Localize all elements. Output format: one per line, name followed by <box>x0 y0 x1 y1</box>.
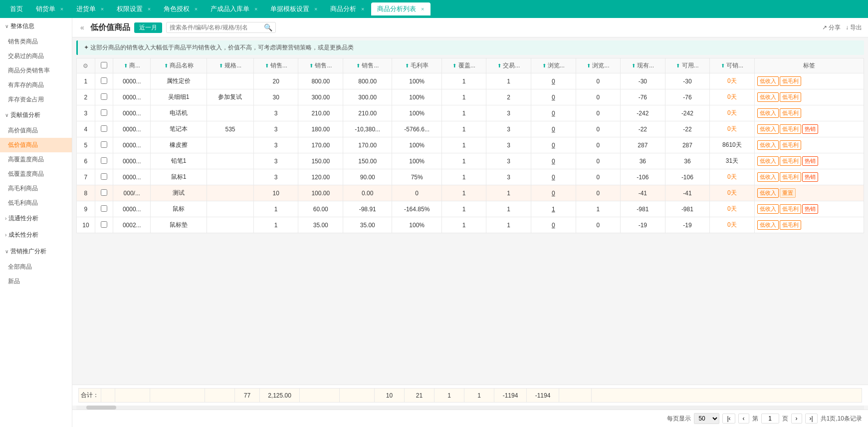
scrollbar-thumb[interactable] <box>86 406 116 410</box>
col-coverage[interactable]: ⬆ 覆盖... <box>441 58 486 73</box>
page-size-select[interactable]: 50 100 200 <box>694 413 719 424</box>
browse-link[interactable]: 1 <box>552 206 555 213</box>
nav-sales-order[interactable]: 销货单 × <box>30 2 69 15</box>
col-sales-amount[interactable]: ⬆ 销售... <box>298 58 343 73</box>
close-icon[interactable]: × <box>60 6 63 12</box>
col-name[interactable]: ⬆ 商品名称 <box>151 58 207 73</box>
row-browse1[interactable]: 0 <box>531 121 576 137</box>
col-sales-price[interactable]: ⬆ 销售... <box>343 58 392 73</box>
sidebar-item-category-rate[interactable]: 商品分类销售率 <box>0 63 72 78</box>
col-browse1[interactable]: ⬆ 浏览... <box>531 58 576 73</box>
browse-link[interactable]: 0 <box>552 174 555 181</box>
col-current[interactable]: ⬆ 现有... <box>621 58 665 73</box>
browse-link[interactable]: 0 <box>552 94 555 101</box>
export-button[interactable]: ↓ 导出 <box>846 23 862 32</box>
time-filter-button[interactable]: 近一月 <box>134 22 162 33</box>
row-checkbox[interactable] <box>95 169 113 185</box>
browse-link[interactable]: 0 <box>552 110 555 117</box>
close-icon[interactable]: × <box>254 6 257 12</box>
nav-home[interactable]: 首页 <box>4 2 29 15</box>
sidebar-item-high-coverage[interactable]: 高覆盖度商品 <box>0 152 72 167</box>
row-browse1[interactable]: 0 <box>531 89 576 105</box>
next-page-button[interactable]: › <box>791 414 802 424</box>
row-select-checkbox[interactable] <box>101 93 107 100</box>
sidebar-section-contribution[interactable]: ∨ 贡献值分析 <box>0 107 72 123</box>
browse-link[interactable]: 0 <box>552 158 555 165</box>
col-trade[interactable]: ⬆ 交易... <box>486 58 531 73</box>
nav-purchase-order[interactable]: 进货单 × <box>70 2 110 15</box>
row-checkbox[interactable] <box>95 137 113 153</box>
close-icon[interactable]: × <box>148 6 151 12</box>
close-icon[interactable]: × <box>195 6 198 12</box>
row-browse1[interactable]: 0 <box>531 217 576 233</box>
collapse-sidebar-button[interactable]: « <box>78 23 86 31</box>
sidebar-item-stock-goods[interactable]: 有库存的商品 <box>0 78 72 92</box>
col-available[interactable]: ⬆ 可用... <box>665 58 710 73</box>
col-saleable[interactable]: ⬆ 可销... <box>710 58 755 73</box>
row-checkbox[interactable] <box>95 217 113 233</box>
browse-link[interactable]: 0 <box>552 126 555 133</box>
col-sales-qty[interactable]: ⬆ 销售... <box>253 58 298 73</box>
sidebar-item-traded-goods[interactable]: 交易过的商品 <box>0 49 72 63</box>
row-select-checkbox[interactable] <box>101 141 107 148</box>
first-page-button[interactable]: |‹ <box>722 414 735 424</box>
row-select-checkbox[interactable] <box>101 205 107 212</box>
row-browse1[interactable]: 1 <box>531 201 576 217</box>
col-margin[interactable]: ⬆ 毛利率 <box>392 58 441 73</box>
row-select-checkbox[interactable] <box>101 157 107 164</box>
search-icon[interactable]: 🔍 <box>264 23 272 31</box>
nav-goods-analysis[interactable]: 商品分析 × <box>324 2 370 15</box>
horizontal-scrollbar[interactable] <box>76 406 864 410</box>
nav-product-in[interactable]: 产成品入库单 × <box>205 2 263 15</box>
share-button[interactable]: ↗ 分享 <box>822 23 841 32</box>
row-select-checkbox[interactable] <box>101 173 107 180</box>
settings-icon[interactable]: ⚙ <box>83 62 88 69</box>
page-input[interactable] <box>761 414 779 424</box>
sidebar-item-high-value[interactable]: 高价值商品 <box>0 123 72 138</box>
last-page-button[interactable]: ›| <box>805 414 818 424</box>
sidebar-item-sales-goods[interactable]: 销售类商品 <box>0 34 72 49</box>
sidebar-item-low-coverage[interactable]: 低覆盖度商品 <box>0 167 72 181</box>
close-icon[interactable]: × <box>361 6 364 12</box>
col-spec[interactable]: ⬆ 规格... <box>207 58 254 73</box>
row-select-checkbox[interactable] <box>101 189 107 196</box>
col-browse2[interactable]: ⬆ 浏览... <box>576 58 621 73</box>
nav-template[interactable]: 单据模板设置 × <box>264 2 323 15</box>
row-select-checkbox[interactable] <box>101 125 107 132</box>
sidebar-item-capital[interactable]: 库存资金占用 <box>0 92 72 107</box>
nav-goods-analysis-list[interactable]: 商品分析列表 × <box>371 2 430 15</box>
sidebar-item-low-margin[interactable]: 低毛利商品 <box>0 196 72 210</box>
close-icon[interactable]: × <box>101 6 104 12</box>
sidebar-section-growth[interactable]: › 成长性分析 <box>0 227 72 243</box>
row-browse1[interactable]: 0 <box>531 169 576 185</box>
row-browse1[interactable]: 0 <box>531 153 576 169</box>
row-checkbox[interactable] <box>95 201 113 217</box>
browse-link[interactable]: 0 <box>552 78 555 85</box>
select-all-checkbox[interactable] <box>101 62 107 68</box>
col-settings[interactable]: ⚙ <box>77 58 95 73</box>
row-browse1[interactable]: 0 <box>531 73 576 89</box>
browse-link[interactable]: 0 <box>552 190 555 197</box>
row-browse1[interactable]: 0 <box>531 185 576 201</box>
search-input[interactable] <box>170 24 264 31</box>
sidebar-section-liquidity[interactable]: › 流通性分析 <box>0 210 72 227</box>
row-select-checkbox[interactable] <box>101 109 107 116</box>
row-checkbox[interactable] <box>95 153 113 169</box>
sidebar-item-new-goods[interactable]: 新品 <box>0 274 72 289</box>
sidebar-section-overview[interactable]: ∨ 整体信息 <box>0 18 72 34</box>
browse-link[interactable]: 0 <box>552 222 555 229</box>
browse-link[interactable]: 0 <box>552 142 555 149</box>
row-checkbox[interactable] <box>95 105 113 121</box>
sidebar-section-marketing[interactable]: ∨ 营销推广分析 <box>0 243 72 260</box>
row-checkbox[interactable] <box>95 185 113 201</box>
row-browse1[interactable]: 0 <box>531 105 576 121</box>
row-checkbox[interactable] <box>95 73 113 89</box>
row-select-checkbox[interactable] <box>101 77 107 84</box>
row-select-checkbox[interactable] <box>101 221 107 228</box>
row-checkbox[interactable] <box>95 89 113 105</box>
close-icon[interactable]: × <box>314 6 317 12</box>
row-checkbox[interactable] <box>95 121 113 137</box>
nav-permissions[interactable]: 权限设置 × <box>111 2 157 15</box>
prev-page-button[interactable]: ‹ <box>738 414 749 424</box>
sidebar-item-high-margin[interactable]: 高毛利商品 <box>0 181 72 196</box>
